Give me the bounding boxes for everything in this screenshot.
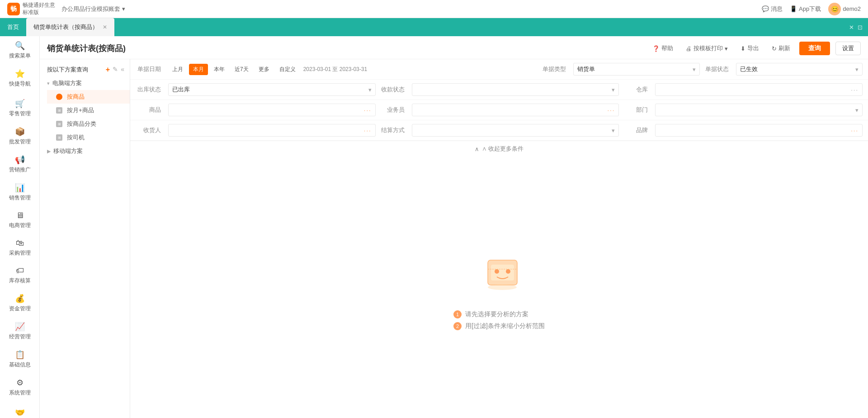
tree-item-driver[interactable]: ⊞ 按司机 <box>47 131 130 144</box>
sidebar-item-inventory[interactable]: 🏷 库存核算 <box>0 261 39 289</box>
outstock-label: 出库状态 <box>136 86 161 94</box>
tree-mobile-label[interactable]: ▶ 移动端方案 <box>40 144 130 158</box>
filter-row-4: 收货人 ··· 结算方式 ▾ 品牌 <box>130 120 868 141</box>
sidebar-item-enterprise[interactable]: 🤝 企业协同 <box>0 403 39 418</box>
collapse-panel-button[interactable]: « <box>121 66 124 74</box>
refresh-button[interactable]: ↻ 刷新 <box>768 43 794 54</box>
sidebar-item-retail[interactable]: 🛒 零售管理 <box>0 94 39 122</box>
sidebar-item-operation[interactable]: 📈 经营管理 <box>0 317 39 345</box>
type-filter[interactable]: 销货单 ▾ <box>573 63 700 76</box>
print-button[interactable]: 🖨 按模板打印 ▾ <box>682 43 731 54</box>
tab-close-icon[interactable]: ✕ <box>103 24 107 30</box>
tree-pc-label[interactable]: ▾ 电脑端方案 <box>40 76 130 90</box>
filter-row-1: 单据日期 上月 本月 本年 近7天 更多 自定义 2023-03-01 至 20… <box>130 59 868 80</box>
sidebar-item-wholesale[interactable]: 📦 批发管理 <box>0 122 39 150</box>
workspace-selector[interactable]: 办公用品行业模拟账套 ▾ <box>59 4 128 14</box>
topbar-left: 畅 畅捷通好生意 标准版 办公用品行业模拟账套 ▾ <box>7 2 128 16</box>
brand-filter[interactable]: ··· <box>655 124 863 137</box>
settings-button[interactable]: 设置 <box>835 42 861 55</box>
payment-method-filter[interactable]: ▾ <box>412 124 619 137</box>
empty-hint-1: 1 请先选择要分析的方案 <box>453 310 545 318</box>
brand-dots: ··· <box>851 127 859 134</box>
date-range-text: 2023-03-01 至 2023-03-31 <box>303 66 367 73</box>
sidebar-item-system[interactable]: ⚙ 系统管理 <box>0 373 39 401</box>
close-window-icon[interactable]: ✕ <box>849 24 854 31</box>
date-last-month[interactable]: 上月 <box>168 64 187 75</box>
tabbar-expand: ✕ ⊡ <box>844 24 868 31</box>
payment-status-filter[interactable]: ▾ <box>412 83 619 96</box>
receiver-filter[interactable]: ··· <box>168 124 376 137</box>
date-this-year[interactable]: 本年 <box>210 64 229 75</box>
tab-home[interactable]: 首页 <box>0 18 26 36</box>
svg-point-2 <box>495 269 499 274</box>
sidebar-item-purchase[interactable]: 🛍 采购管理 <box>0 234 39 261</box>
tabbar: 首页 销货单统计表（按商品） ✕ ✕ ⊡ <box>0 18 868 36</box>
grid-icon-3: ⊞ <box>56 134 62 141</box>
page-header: 销货单统计表(按商品) ❓ 帮助 🖨 按模板打印 ▾ ⬇ 导出 <box>40 36 868 59</box>
edit-plan-button[interactable]: ✎ <box>113 66 118 74</box>
goods-dots: ··· <box>364 107 372 114</box>
goods-filter[interactable]: ··· <box>168 104 376 116</box>
search-icon: 🔍 <box>2 41 38 51</box>
system-icon: ⚙ <box>2 378 38 388</box>
tree-node-pc: ▾ 电脑端方案 按商品 ⊞ 按月+商品 <box>40 76 130 144</box>
message-button[interactable]: 💬 消息 <box>762 5 783 13</box>
download-icon: 📱 <box>790 5 797 12</box>
grid-icon: ⊞ <box>56 107 62 114</box>
chevron-down-icon: ▾ <box>122 5 125 12</box>
payment-method-chevron-icon: ▾ <box>612 127 615 134</box>
outstock-chevron-icon: ▾ <box>368 86 372 93</box>
app-download-button[interactable]: 📱 App下载 <box>790 5 821 13</box>
date-this-month[interactable]: 本月 <box>189 64 208 75</box>
grid-icon-2: ⊞ <box>56 121 62 127</box>
date-7days[interactable]: 近7天 <box>231 64 253 75</box>
query-button[interactable]: 查询 <box>799 42 830 55</box>
star-icon: ⭐ <box>2 69 38 79</box>
sidebar-item-finance[interactable]: 💰 资金管理 <box>0 289 39 317</box>
filter-row-3: 商品 ··· 业务员 ··· 部门 <box>130 100 868 120</box>
tree-item-category[interactable]: ⊞ 按商品分类 <box>47 117 130 131</box>
content-inner: 销货单统计表(按商品) ❓ 帮助 🖨 按模板打印 ▾ ⬇ 导出 <box>40 36 868 418</box>
receiver-label: 收货人 <box>136 126 161 134</box>
collapse-bar[interactable]: ∧ ∧ 收起更多条件 <box>130 141 868 157</box>
dept-chevron-icon: ▾ <box>855 107 859 114</box>
retail-icon: 🛒 <box>2 99 38 109</box>
sidebar-item-sales[interactable]: 📊 销售管理 <box>0 178 39 206</box>
finance-icon: 💰 <box>2 294 38 304</box>
user-menu[interactable]: 😊 demo2 <box>828 3 861 15</box>
sidebar-item-ecommerce[interactable]: 🖥 电商管理 <box>0 206 39 234</box>
empty-hint-2: 2 用[过滤]条件来缩小分析范围 <box>453 322 545 330</box>
sidebar: 🔍 搜索菜单 ⭐ 快捷导航 🛒 零售管理 📦 批发管理 📢 营销推广 📊 销售管… <box>0 36 40 418</box>
payment-status-label: 收款状态 <box>379 86 405 94</box>
tree-item-by-goods[interactable]: 按商品 <box>47 90 130 104</box>
sidebar-item-quick-nav[interactable]: ⭐ 快捷导航 <box>0 64 39 92</box>
warehouse-dots: ··· <box>851 86 859 93</box>
sales-icon: 📊 <box>2 183 38 193</box>
hint-num-2: 2 <box>453 322 462 330</box>
empty-illustration <box>467 244 531 303</box>
warehouse-filter[interactable]: ··· <box>655 83 863 96</box>
export-button[interactable]: ⬇ 导出 <box>737 43 763 54</box>
dept-filter[interactable]: ▾ <box>655 104 863 116</box>
date-more[interactable]: 更多 <box>255 64 274 75</box>
help-button[interactable]: ❓ 帮助 <box>649 43 677 54</box>
svg-point-5 <box>488 285 517 290</box>
tab-report[interactable]: 销货单统计表（按商品） ✕ <box>26 18 114 36</box>
brand-label: 品牌 <box>623 126 648 134</box>
staff-filter[interactable]: ··· <box>412 104 619 116</box>
sidebar-item-search[interactable]: 🔍 搜索菜单 <box>0 36 39 64</box>
message-icon: 💬 <box>762 5 769 12</box>
active-circle-icon <box>56 94 62 100</box>
sidebar-item-marketing[interactable]: 📢 营销推广 <box>0 150 39 178</box>
purchase-icon: 🛍 <box>2 238 38 248</box>
status-filter[interactable]: 已生效 ▾ <box>736 63 863 76</box>
add-plan-button[interactable]: + <box>106 66 110 74</box>
left-panel-actions: + ✎ « <box>106 66 124 74</box>
tree-item-month-goods[interactable]: ⊞ 按月+商品 <box>47 104 130 117</box>
dept-label: 部门 <box>623 106 648 114</box>
date-custom[interactable]: 自定义 <box>275 64 300 75</box>
expand-window-icon[interactable]: ⊡ <box>858 24 863 31</box>
basic-icon: 📋 <box>2 350 38 360</box>
outstock-filter[interactable]: 已出库 ▾ <box>168 83 376 96</box>
sidebar-item-basic[interactable]: 📋 基础信息 <box>0 345 39 373</box>
